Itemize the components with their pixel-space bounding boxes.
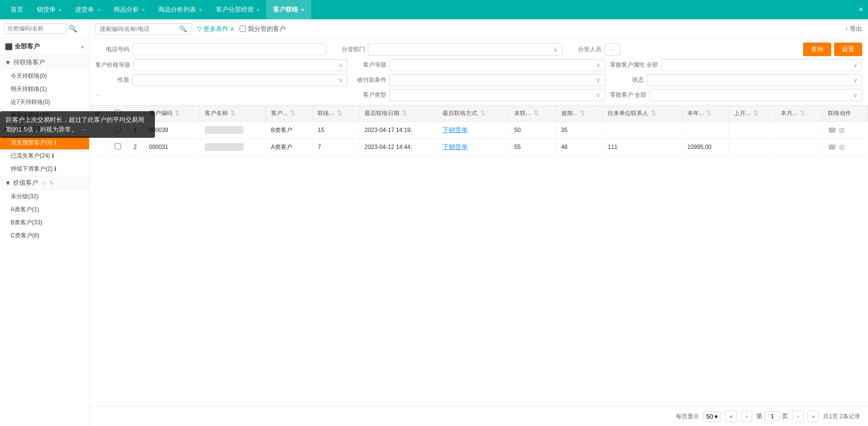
row-num-1: 2	[126, 139, 144, 156]
action-phone-icon-1[interactable]: ☎	[828, 143, 836, 151]
filter-select-scattered-attr[interactable]: ∨	[661, 59, 862, 71]
sidebar-item-7days[interactable]: 近7天待联络(0)	[0, 96, 89, 109]
th-last-way[interactable]: 最后联络方式 ⇅	[438, 105, 509, 122]
close-product-analysis-icon[interactable]: ×	[142, 7, 145, 13]
nav-home[interactable]: 首页	[4, 0, 30, 19]
value-settings-icon[interactable]: ✎	[49, 179, 54, 187]
export-button[interactable]: ↑ 导出	[845, 25, 863, 33]
nav-product-analysis-list[interactable]: 商品分析列表 ×	[152, 0, 209, 19]
row-this-month-1	[776, 139, 822, 156]
data-table-area: ⚙ 客户编码 ⇅ 客户名称 ⇅ 客户... ⇅ 联络... ⇅ 最后联络日期 ⇅…	[90, 105, 868, 406]
payment-arrow-icon: ∨	[596, 76, 601, 84]
row-name-1	[200, 139, 266, 156]
close-customer-contact-icon[interactable]: ×	[301, 7, 304, 13]
row-checkbox-1[interactable]	[115, 143, 121, 149]
filter-select-customer-level[interactable]: ∨	[389, 59, 605, 71]
sidebar-collapse-icon[interactable]: «	[81, 43, 84, 50]
sidebar-search-icon[interactable]: 🔍	[69, 25, 77, 32]
close-customer-segment-icon[interactable]: ×	[257, 7, 259, 13]
filter-field-payment: 收付款条件 ∨	[352, 74, 605, 86]
th-contacts[interactable]: 联络... ⇅	[313, 105, 360, 122]
my-customers-check[interactable]	[240, 26, 246, 32]
filter-label-payment: 收付款条件	[352, 76, 386, 84]
filter-label-person: 分管人员	[567, 45, 601, 54]
filter-select-payment[interactable]: ∨	[389, 74, 605, 86]
filter-more-conditions-btn[interactable]: ▽ 更多条件 ∧	[197, 25, 235, 33]
action-more-icon-1[interactable]: ⊞	[839, 143, 845, 151]
value-edit-icon[interactable]: ○	[42, 179, 46, 187]
row-this-month-0	[776, 122, 822, 139]
filter-select-status[interactable]: ∨	[647, 74, 862, 86]
filter-select-dept[interactable]: ∨	[368, 44, 562, 56]
per-page-label: 每页显示	[676, 412, 699, 421]
th-overdue[interactable]: 逾期... ⇅	[556, 105, 603, 122]
query-button[interactable]: 查询	[803, 43, 831, 56]
th-name[interactable]: 客户名称 ⇅	[200, 105, 266, 122]
filter-field-person: 分管人员 ···	[567, 44, 798, 56]
nav-customer-segment[interactable]: 客户分层经营 ×	[209, 0, 266, 19]
action-icons-1: ☎ ⊞	[828, 143, 863, 151]
row-last-month-0	[729, 122, 776, 139]
sidebar-item-a-class[interactable]: A类客户(1)	[0, 203, 89, 216]
filter-rows-container: 电话号码 分管部门 ∨ 分管人员 ···	[90, 39, 868, 105]
prev-page-btn[interactable]: ‹	[741, 411, 752, 422]
filter-select-person[interactable]: ···	[604, 44, 620, 56]
th-category[interactable]: 客户... ⇅	[266, 105, 313, 122]
filter-search-box: 🔍	[95, 23, 192, 34]
my-customers-checkbox[interactable]: 我分管的客户	[240, 25, 286, 33]
row-category-1: A类客户	[266, 139, 313, 156]
row-company-contacts-0	[603, 122, 682, 139]
filter-label-nature: 性质	[95, 76, 129, 84]
row-last-way-link-1[interactable]: 下销货单	[442, 143, 468, 150]
sidebar-item-declining[interactable]: 持续下滑客户(2) ℹ	[0, 162, 89, 176]
th-company-contacts[interactable]: 往来单位联系人 ⇅	[603, 105, 682, 122]
row-last-way-1: 下销货单	[438, 139, 509, 156]
filter-search-icon[interactable]: 🔍	[179, 25, 187, 32]
sidebar-item-b-class[interactable]: B类客户(33)	[0, 216, 89, 229]
th-uncontact[interactable]: 未联... ⇅	[509, 105, 556, 122]
page-number-input[interactable]	[764, 411, 780, 421]
th-last-date[interactable]: 最后联络日期 ⇅	[359, 105, 437, 122]
close-product-analysis-list-icon[interactable]: ×	[199, 7, 202, 13]
sidebar-section-pending[interactable]: ▼ 待联络客户	[0, 55, 89, 70]
row-contacts-0: 15	[313, 122, 360, 139]
filter-select-price-level[interactable]: ∨	[133, 59, 348, 71]
sidebar-section-value[interactable]: ▼ 价值客户 ○ ✎	[0, 176, 89, 190]
nav-purchase-order[interactable]: 进货单 ×	[68, 0, 107, 19]
sidebar-search-input[interactable]	[4, 23, 67, 34]
row-last-way-link-0[interactable]: 下销货单	[442, 126, 468, 133]
global-close-icon[interactable]: ×	[859, 5, 863, 14]
filter-label-price-level: 客户价格等级	[95, 61, 130, 69]
first-page-btn[interactable]: «	[725, 411, 737, 422]
sidebar-item-ungrouped[interactable]: 未分组(32)	[0, 190, 89, 203]
sidebar-item-tomorrow[interactable]: 明天待联络(1)	[0, 83, 89, 96]
data-table: ⚙ 客户编码 ⇅ 客户名称 ⇅ 客户... ⇅ 联络... ⇅ 最后联络日期 ⇅…	[90, 105, 868, 156]
th-this-month[interactable]: 本月... ⇅	[776, 105, 822, 122]
sidebar-item-today[interactable]: 今天待联络(0)	[0, 70, 89, 83]
filter-search-input[interactable]	[100, 26, 177, 32]
close-purchase-order-icon[interactable]: ×	[97, 7, 100, 13]
blurred-name-0	[205, 126, 244, 134]
filter-select-customer-type[interactable]: ∨	[389, 89, 605, 101]
action-more-icon-0[interactable]: ⊞	[839, 126, 845, 134]
last-page-btn[interactable]: »	[807, 411, 819, 422]
sidebar-item-loss-warning[interactable]: 流失预警客户(3) ℹ	[0, 136, 89, 149]
th-last-month[interactable]: 上月... ⇅	[729, 105, 776, 122]
th-this-year[interactable]: 本年... ⇅	[682, 105, 729, 122]
sidebar-item-already-lost[interactable]: 已流失客户(24) ℹ	[0, 149, 89, 162]
filter-input-phone[interactable]	[132, 44, 326, 55]
row-uncontact-1: 55	[509, 139, 556, 156]
per-page-select[interactable]: 50 ▾	[703, 411, 721, 422]
filter-select-scattered-customer[interactable]: ∨	[649, 89, 862, 101]
sidebar-item-c-class[interactable]: C类客户(6)	[0, 229, 89, 242]
filter-row-4: ··· 客户类型 ∨ 零散客户 全部 ∨	[95, 89, 862, 101]
close-sales-order-icon[interactable]: ×	[59, 7, 61, 13]
next-page-btn[interactable]: ›	[792, 411, 804, 422]
action-phone-icon-0[interactable]: ☎	[828, 126, 836, 134]
nav-customer-contact[interactable]: 客户联络 ×	[266, 0, 311, 19]
filter-select-nature[interactable]: ∨	[132, 74, 348, 86]
nav-sales-order[interactable]: 销货单 ×	[30, 0, 68, 19]
nav-product-analysis[interactable]: 商品分析 ×	[107, 0, 152, 19]
filter-extra-dots[interactable]: ···	[95, 91, 101, 99]
settings-button[interactable]: 设置	[834, 43, 862, 56]
